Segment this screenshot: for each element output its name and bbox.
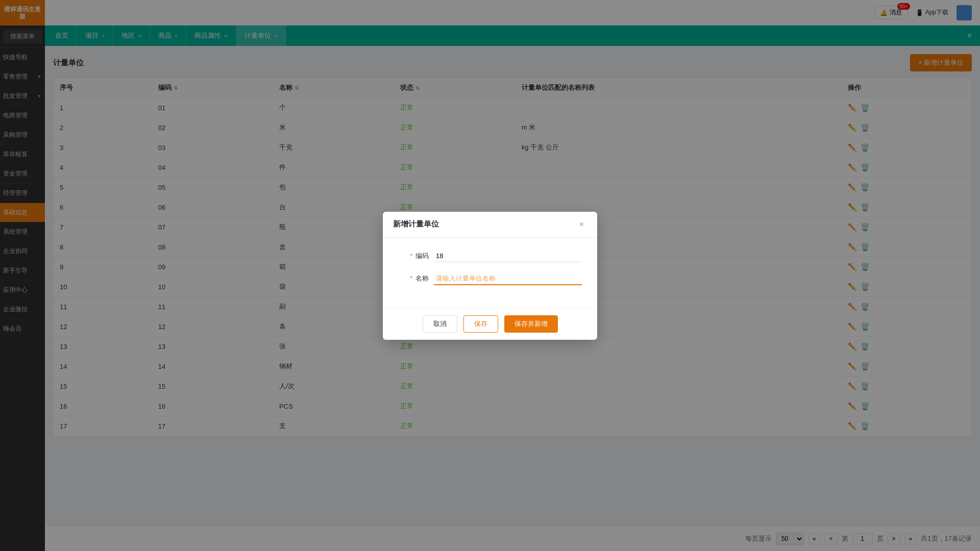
modal-close-button[interactable]: ×	[576, 219, 587, 230]
code-input[interactable]	[434, 250, 582, 262]
form-row-name: * 名称	[398, 272, 582, 285]
modal-body: * 编码 * 名称	[383, 238, 597, 308]
save-and-new-button[interactable]: 保存并新增	[504, 315, 558, 333]
modal-footer: 取消 保存 保存并新增	[383, 308, 597, 340]
code-label: * 编码	[398, 252, 429, 261]
modal-overlay[interactable]: 新增计量单位 × * 编码 * 名称 取消 保存 保存并新增	[0, 0, 980, 551]
required-mark: *	[410, 252, 412, 260]
name-label: * 名称	[398, 274, 429, 283]
save-button[interactable]: 保存	[463, 315, 498, 333]
cancel-button[interactable]: 取消	[423, 315, 457, 333]
name-input[interactable]	[434, 272, 582, 285]
required-mark: *	[410, 274, 412, 282]
modal-title: 新增计量单位	[393, 219, 439, 229]
form-row-code: * 编码	[398, 250, 582, 262]
modal-header: 新增计量单位 ×	[383, 212, 597, 238]
add-unit-modal: 新增计量单位 × * 编码 * 名称 取消 保存 保存并新增	[383, 212, 597, 340]
